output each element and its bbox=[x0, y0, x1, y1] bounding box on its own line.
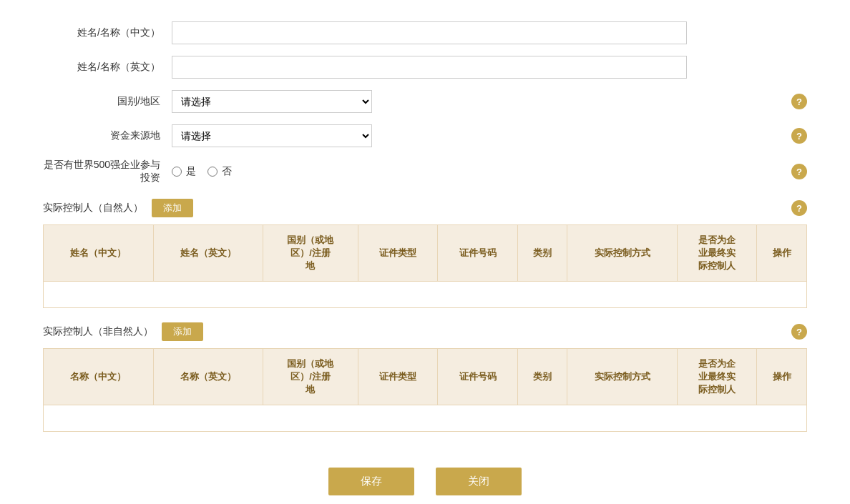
fund-source-row: 资金来源地 请选择 ? bbox=[43, 124, 807, 147]
fund-source-select[interactable]: 请选择 bbox=[172, 124, 372, 147]
save-button[interactable]: 保存 bbox=[328, 468, 414, 495]
natural-person-title: 实际控制人（自然人） bbox=[43, 202, 143, 214]
natural-person-empty-row bbox=[44, 282, 807, 308]
non-natural-person-help-icon[interactable]: ? bbox=[791, 324, 807, 340]
name-cn-input[interactable] bbox=[172, 21, 687, 44]
country-row: 国别/地区 请选择 ? bbox=[43, 90, 807, 113]
non-natural-person-table-header-row: 名称（中文） 名称（英文） 国别（或地区）/注册地 证件类型 证件号码 类别 实… bbox=[44, 349, 807, 405]
fortune500-label: 是否有世界500强企业参与投资 bbox=[43, 159, 172, 184]
country-select[interactable]: 请选择 bbox=[172, 90, 372, 113]
non-natural-person-table: 名称（中文） 名称（英文） 国别（或地区）/注册地 证件类型 证件号码 类别 实… bbox=[43, 348, 807, 432]
natural-person-table-header-row: 姓名（中文） 姓名（英文） 国别（或地区）/注册地 证件类型 证件号码 类别 实… bbox=[44, 225, 807, 282]
col-org-category: 类别 bbox=[517, 349, 567, 405]
col-org-cert-type: 证件类型 bbox=[358, 349, 438, 405]
natural-person-section: 实际控制人（自然人） 添加 ? 姓名（中文） 姓名（英文） 国别（或地区）/注册… bbox=[43, 199, 807, 308]
non-natural-person-add-button[interactable]: 添加 bbox=[162, 322, 203, 341]
name-en-label: 姓名/名称（英文） bbox=[43, 61, 172, 74]
col-name-cn: 姓名（中文） bbox=[44, 225, 154, 282]
col-org-is-final-controller: 是否为企业最终实际控制人 bbox=[677, 349, 757, 405]
fortune500-no-option[interactable]: 否 bbox=[207, 165, 232, 178]
name-cn-label: 姓名/名称（中文） bbox=[43, 26, 172, 39]
col-cert-no: 证件号码 bbox=[438, 225, 518, 282]
col-org-control-method: 实际控制方式 bbox=[567, 349, 678, 405]
fund-source-label: 资金来源地 bbox=[43, 129, 172, 142]
col-country-reg: 国别（或地区）/注册地 bbox=[263, 225, 358, 282]
fund-source-help-icon[interactable]: ? bbox=[791, 128, 807, 144]
fortune500-help-icon[interactable]: ? bbox=[791, 164, 807, 179]
name-en-input[interactable] bbox=[172, 56, 687, 79]
natural-person-table: 姓名（中文） 姓名（英文） 国别（或地区）/注册地 证件类型 证件号码 类别 实… bbox=[43, 224, 807, 308]
country-label: 国别/地区 bbox=[43, 95, 172, 108]
col-org-name-en: 名称（英文） bbox=[153, 349, 263, 405]
col-control-method: 实际控制方式 bbox=[567, 225, 678, 282]
fortune500-radio-group: 是 否 bbox=[172, 165, 232, 178]
non-natural-person-empty-cell bbox=[44, 405, 807, 432]
fortune500-yes-option[interactable]: 是 bbox=[172, 165, 196, 178]
col-is-final-controller: 是否为企业最终实际控制人 bbox=[677, 225, 757, 282]
non-natural-person-section: 实际控制人（非自然人） 添加 ? 名称（中文） 名称（英文） 国别（或地区）/注… bbox=[43, 322, 807, 432]
col-org-cert-no: 证件号码 bbox=[438, 349, 518, 405]
fortune500-row: 是否有世界500强企业参与投资 是 否 ? bbox=[43, 159, 807, 184]
natural-person-header: 实际控制人（自然人） 添加 ? bbox=[43, 199, 807, 217]
fortune500-yes-radio[interactable] bbox=[172, 167, 182, 177]
non-natural-person-header: 实际控制人（非自然人） 添加 ? bbox=[43, 322, 807, 341]
name-cn-row: 姓名/名称（中文） bbox=[43, 21, 807, 44]
name-en-row: 姓名/名称（英文） bbox=[43, 56, 807, 79]
col-category: 类别 bbox=[517, 225, 567, 282]
col-cert-type: 证件类型 bbox=[358, 225, 438, 282]
natural-person-help-icon[interactable]: ? bbox=[791, 200, 807, 216]
footer-buttons: 保存 关闭 bbox=[43, 468, 807, 495]
col-operation: 操作 bbox=[757, 225, 807, 282]
col-org-country-reg: 国别（或地区）/注册地 bbox=[263, 349, 358, 405]
col-org-name-cn: 名称（中文） bbox=[44, 349, 154, 405]
non-natural-person-empty-row bbox=[44, 405, 807, 432]
natural-person-add-button[interactable]: 添加 bbox=[152, 199, 193, 217]
non-natural-person-title: 实际控制人（非自然人） bbox=[43, 325, 153, 338]
main-form: 姓名/名称（中文） 姓名/名称（英文） 国别/地区 请选择 ? 资金来源地 请选… bbox=[43, 21, 807, 184]
close-button[interactable]: 关闭 bbox=[436, 468, 522, 495]
country-help-icon[interactable]: ? bbox=[791, 94, 807, 109]
fortune500-yes-label: 是 bbox=[186, 165, 196, 178]
col-org-operation: 操作 bbox=[757, 349, 807, 405]
fortune500-no-radio[interactable] bbox=[207, 167, 218, 177]
fortune500-no-label: 否 bbox=[222, 165, 232, 178]
col-name-en: 姓名（英文） bbox=[153, 225, 263, 282]
natural-person-empty-cell bbox=[44, 282, 807, 308]
